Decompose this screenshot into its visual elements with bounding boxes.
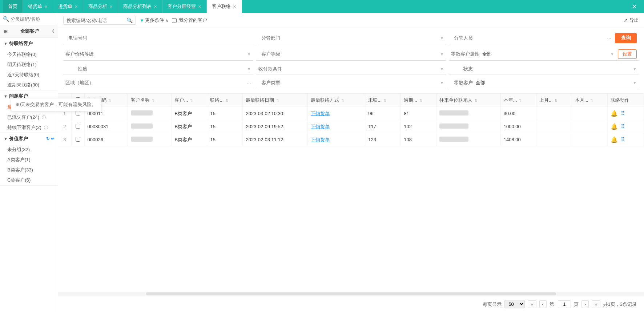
action-more-icon-2[interactable]: ⠿ (621, 136, 625, 143)
advanced-filter-panel: 电话号码 分管部门 ▼ 分管人员 ··· 查询 客户价格等级 (58, 28, 644, 94)
total-info: 共1页，3条记录 (603, 301, 637, 308)
action-contact-icon-1[interactable]: 🔔 (611, 123, 618, 130)
my-customers-checkbox[interactable] (172, 18, 177, 23)
last-method-link-0[interactable]: 下销货单 (311, 111, 330, 116)
filter-dept-arrow[interactable]: ▼ (440, 36, 444, 40)
th-uncontacted[interactable]: 未联... ⇅ (365, 94, 401, 107)
query-button[interactable]: 查询 (615, 33, 637, 43)
action-more-icon-0[interactable]: ⠿ (621, 110, 625, 117)
filter-status-arrow[interactable]: ▼ (633, 67, 637, 71)
filter-customer-grade-arrow[interactable]: ▼ (440, 52, 444, 56)
row-checkbox-2[interactable] (76, 137, 80, 142)
tab-customer-segment[interactable]: 客户分层经营 ✕ (162, 0, 207, 13)
row-checkbox-0[interactable] (76, 111, 80, 116)
export-button[interactable]: ↗ 导出 (624, 17, 639, 24)
more-conditions-arrow: ∧ (165, 18, 168, 23)
th-last-month[interactable]: 上月... ⇅ (536, 94, 572, 107)
sidebar-item-week-label: 近7天待联络(0) (7, 72, 39, 77)
main-layout: 🔍 ⊞ 全部客户 《 ▼ 待联络客户 今天待联络(0) 明天待联络(1) 近7天… (0, 13, 644, 312)
blurred-name-1 (131, 123, 153, 129)
first-page-button[interactable]: « (528, 300, 536, 308)
td-uncontacted-1: 117 (365, 120, 401, 133)
th-name[interactable]: 客户名称 ⇅ (128, 94, 172, 107)
th-unit-contact-sort: ⇅ (475, 99, 478, 102)
filter-phone-input[interactable] (90, 36, 251, 41)
sidebar-collapse-icon[interactable]: 《 (50, 28, 54, 35)
th-last-contact-date-label: 最后联络日期 (246, 97, 274, 103)
th-current-year[interactable]: 本年... ⇅ (500, 94, 536, 107)
sidebar-item-b-class[interactable]: B类客户(33) (0, 165, 58, 175)
tab-product-analysis-list[interactable]: 商品分析列表 ✕ (118, 0, 162, 13)
th-this-month[interactable]: 本月... ⇅ (572, 94, 607, 107)
th-type[interactable]: 客户... ⇅ (172, 94, 207, 107)
filter-person-more[interactable]: ··· (607, 35, 611, 41)
th-last-contact-date[interactable]: 最后联络日期 ⇅ (243, 94, 308, 107)
more-conditions-button[interactable]: ▼ 更多条件 ∧ (140, 17, 168, 24)
filter-retail-customer-arrow[interactable]: ▼ (633, 81, 637, 85)
tab-purchase-close[interactable]: ✕ (75, 4, 78, 9)
tab-purchase[interactable]: 进货单 ✕ (53, 0, 83, 13)
tab-product-analysis-close[interactable]: ✕ (109, 4, 113, 9)
search-button-icon[interactable]: 🔍 (126, 17, 133, 23)
sidebar-item-tomorrow[interactable]: 明天待联络(1) (0, 60, 58, 70)
tab-product-analysis[interactable]: 商品分析 ✕ (83, 0, 118, 13)
filter-retail-attr-arrow[interactable]: ▼ (610, 52, 614, 56)
prev-page-button[interactable]: ‹ (539, 300, 547, 308)
table-scrollbar[interactable] (58, 292, 644, 296)
filter-payment-arrow[interactable]: ▼ (440, 67, 444, 71)
sidebar-item-c-class[interactable]: C类客户(6) (0, 175, 58, 185)
th-contact[interactable]: 联络... ⇅ (207, 94, 243, 107)
sidebar-item-b-class-label: B类客户(33) (7, 167, 33, 173)
action-more-icon-1[interactable]: ⠿ (621, 123, 625, 130)
sidebar-section-value-title[interactable]: ▼ 价值客户 ↻ ✏ (0, 133, 58, 145)
last-page-button[interactable]: » (592, 300, 600, 308)
last-method-link-1[interactable]: 下销货单 (311, 124, 330, 129)
sidebar-search-input[interactable] (11, 16, 58, 22)
filter-region-more[interactable]: ··· (247, 80, 251, 86)
tab-sales-close[interactable]: ✕ (44, 4, 48, 9)
pagination-bar: 每页显示 50 20 100 « ‹ 第 1 页 › » 共1页，3条记录 (58, 296, 644, 312)
value-refresh-icon[interactable]: ↻ (46, 137, 49, 141)
search-input-wrap: 🔍 (63, 16, 136, 25)
tab-customer-segment-close[interactable]: ✕ (198, 4, 201, 9)
td-this-month-1 (572, 120, 607, 133)
window-close-button[interactable]: ✕ (628, 3, 641, 10)
filter-icon: ▼ (140, 18, 144, 23)
last-method-link-2[interactable]: 下销货单 (311, 137, 330, 142)
action-contact-icon-0[interactable]: 🔔 (611, 110, 618, 117)
sidebar-item-declining[interactable]: 持续下滑客户(2) ⓘ (0, 122, 58, 133)
search-input[interactable] (67, 18, 125, 23)
sidebar-item-a-class[interactable]: A类客户(1) (0, 155, 58, 165)
sidebar-all-customers[interactable]: ⊞ 全部客户 《 (0, 25, 58, 38)
blurred-unit-0 (439, 110, 468, 116)
action-contact-icon-2[interactable]: 🔔 (611, 136, 618, 143)
value-edit-icon[interactable]: ✏ (51, 137, 54, 141)
th-unit-contact[interactable]: 往来单位联系人 ⇅ (436, 94, 501, 107)
filter-retail-customer-value: 全部 (476, 80, 631, 86)
td-action-1: 🔔 ⠿ (607, 120, 644, 133)
sidebar-item-ungroup[interactable]: 未分组(32) (0, 145, 58, 155)
sidebar-section-pending-title[interactable]: ▼ 待联络客户 (0, 38, 58, 49)
filter-nature-arrow[interactable]: ▼ (247, 67, 251, 71)
settings-button[interactable]: 设置 (618, 49, 637, 59)
td-unit-contact-0 (436, 107, 501, 120)
page-number-input[interactable] (558, 300, 571, 308)
tab-customer-contact[interactable]: 客户联络 ✕ (207, 0, 242, 13)
th-last-contact-method[interactable]: 最后联络方式 ⇅ (308, 94, 365, 107)
filter-price-grade-arrow[interactable]: ▼ (247, 52, 251, 56)
sidebar-item-today[interactable]: 今天待联络(0) (0, 49, 58, 60)
sidebar-item-lost[interactable]: 已流失客户(24) ⓘ (0, 112, 58, 122)
filter-customer-type-arrow[interactable]: ▼ (440, 81, 444, 85)
page-size-select[interactable]: 50 20 100 (504, 300, 525, 308)
th-overdue-label: 逾期... (404, 97, 417, 103)
tab-sales[interactable]: 销货单 ✕ (23, 0, 53, 13)
tab-customer-contact-close[interactable]: ✕ (233, 4, 236, 9)
td-checkbox-1 (71, 120, 84, 133)
next-page-button[interactable]: › (581, 300, 589, 308)
sidebar-item-week[interactable]: 近7天待联络(0) (0, 70, 58, 80)
tab-product-analysis-list-close[interactable]: ✕ (154, 4, 157, 9)
th-overdue[interactable]: 逾期... ⇅ (401, 94, 436, 107)
tab-home[interactable]: 首页 (3, 0, 23, 13)
row-checkbox-1[interactable] (76, 124, 80, 129)
sidebar-item-overdue[interactable]: 逾期未联络(30) (0, 80, 58, 90)
